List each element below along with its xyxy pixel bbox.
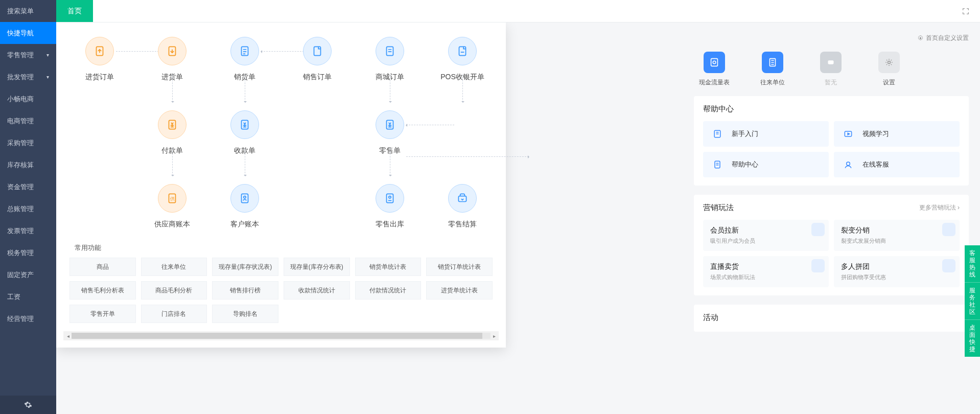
arrow-icon [390,75,390,102]
scroll-right-icon[interactable]: ▸ [491,332,498,339]
svg-point-22 [244,196,246,198]
sidebar-item-ledger[interactable]: 总账管理 [0,198,56,220]
flow-retail-out[interactable]: 零售出库 [354,184,426,230]
common-title: 常用功能 [75,243,499,252]
common-sales-profit[interactable]: 销售毛利分析表 [69,281,136,300]
doc-out-icon [158,37,186,65]
shortcut-settings[interactable]: 设置 [869,52,909,87]
shortcut-empty[interactable]: 暂无 [810,52,851,87]
float-hotline[interactable]: 客服热线 [965,245,980,283]
svg-rect-25 [458,196,466,202]
sidebar-item-invoice[interactable]: 发票管理 [0,220,56,242]
flow-supplier-ledger[interactable]: 供 供应商账本 [136,184,208,230]
tab-home[interactable]: 首页 [56,0,93,22]
gear-icon [917,35,924,41]
shortcut-contacts[interactable]: 往来单位 [752,52,793,87]
flow-purchase-order[interactable]: 进货订单 [63,37,136,93]
pos-icon [448,37,477,65]
building-icon [762,52,783,73]
yen-icon [376,110,404,139]
common-sales-order-stat[interactable]: 销货订单统计表 [426,258,493,276]
checklist-icon [230,37,259,65]
flow-purchase-bill[interactable]: 进货单 [136,37,208,93]
sidebar-item-tax[interactable]: 税务管理 [0,242,56,264]
sidebar-item-assets[interactable]: 固定资产 [0,264,56,286]
marketing-more-link[interactable]: 更多营销玩法 › [919,203,960,212]
help-newbie[interactable]: 新手入门 [703,121,829,147]
common-sales-bill-stat[interactable]: 销货单统计表 [355,258,422,276]
float-community[interactable]: 服务社区 [965,283,980,320]
flow-pos[interactable]: POS收银开单 [426,37,499,93]
quicknav-flyout: 进货订单 进货单 销货单 [56,22,506,348]
customer-icon [230,184,259,213]
help-support[interactable]: 在线客服 [834,152,960,177]
float-desktop[interactable]: 桌面快捷 [965,320,980,357]
arrow-icon [406,156,529,157]
common-stock-dist[interactable]: 现存量(库存分布表) [284,258,350,276]
common-receipt-stat[interactable]: 收款情况统计 [284,281,350,300]
sidebar-item-ecommerce[interactable]: 电商管理 [0,110,56,132]
headset-icon [841,157,855,172]
home-customize-link[interactable]: 首页自定义设置 [694,34,969,42]
deco-icon [942,259,955,272]
flow-retail-bill[interactable]: 零售单 [354,110,426,167]
common-retail-open[interactable]: 零售开单 [69,305,136,323]
common-store-rank[interactable]: 门店排名 [141,305,207,323]
common-purchase-stat[interactable]: 进货单统计表 [426,281,493,300]
sidebar-item-operation[interactable]: 经营管理 [0,308,56,330]
report-icon [704,52,725,73]
doc-in-icon [85,37,114,65]
scroll-thumb[interactable] [72,333,482,339]
common-sales-rank[interactable]: 销售排行榜 [212,281,278,300]
flow-retail-settle[interactable]: 零售结算 [426,184,499,230]
mkt-fission[interactable]: 裂变分销裂变式发展分销商 [834,220,960,251]
common-goods-profit[interactable]: 商品毛利分析 [141,281,207,300]
arrow-icon [462,75,463,102]
common-payment-stat[interactable]: 付款情况统计 [355,281,422,300]
sidebar-item-quicknav[interactable]: 快捷导航 [0,22,56,44]
scroll-left-icon[interactable]: ◂ [64,332,72,339]
mkt-group[interactable]: 多人拼团拼团购物享受优惠 [834,256,960,287]
mkt-member[interactable]: 会员拉新吸引用户成为会员 [703,220,829,251]
yen-icon [158,110,186,139]
common-stock-status[interactable]: 现存量(库存状况表) [212,258,278,276]
svg-rect-4 [828,60,834,64]
common-goods[interactable]: 商品 [69,258,136,276]
float-tabs: 客服热线 服务社区 桌面快捷 [965,245,980,357]
sidebar-item-funds[interactable]: 资金管理 [0,176,56,198]
flow-payment[interactable]: 付款单 [136,110,208,167]
svg-rect-8 [715,161,720,168]
sidebar-item-purchase[interactable]: 采购管理 [0,132,56,154]
flow-sales-bill[interactable]: 销货单 [208,37,281,93]
sidebar-item-search[interactable]: 搜索菜单 [0,0,56,22]
sidebar-item-retail[interactable]: 零售管理▾ [0,44,56,66]
help-center[interactable]: 帮助中心 [703,152,829,177]
flow-customer-ledger[interactable]: 客户账本 [208,184,281,230]
sidebar-item-wholesale[interactable]: 批发管理▾ [0,66,56,88]
svg-rect-13 [314,47,321,55]
fullscreen-icon[interactable] [960,5,972,17]
gear-icon [24,400,33,409]
shortcut-cashflow[interactable]: 现金流量表 [694,52,735,87]
common-contacts[interactable]: 往来单位 [141,258,207,276]
flow-sales-order[interactable]: 销售订单 [281,37,354,93]
sidebar: 搜索菜单 快捷导航 零售管理▾ 批发管理▾ 小畅电商 电商管理 采购管理 库存核… [0,0,56,414]
sidebar-settings[interactable] [0,396,56,414]
common-grid: 商品 往来单位 现存量(库存状况表) 现存量(库存分布表) 销货单统计表 销货订… [63,258,499,327]
sidebar-item-xiaochang[interactable]: 小畅电商 [0,88,56,110]
scroll-track[interactable] [72,333,491,339]
flow-mall-order[interactable]: 商城订单 [354,37,426,93]
flow-receipt[interactable]: 收款单 [208,110,281,167]
sidebar-item-inventory[interactable]: 库存核算 [0,154,56,176]
common-guide-rank[interactable]: 导购排名 [212,305,278,323]
sidebar-item-salary[interactable]: 工资 [0,286,56,308]
activity-title: 活动 [703,313,718,323]
svg-point-9 [847,162,850,166]
gear-icon [878,52,900,73]
right-area: 首页自定义设置 现金流量表 往来单位 暂无 设置 [694,22,980,332]
help-video[interactable]: 视频学习 [834,121,960,147]
svg-point-2 [713,61,716,64]
svg-point-24 [389,196,391,198]
mkt-live[interactable]: 直播卖货场景式购物新玩法 [703,256,829,287]
horizontal-scrollbar[interactable]: ◂ ▸ [63,331,499,340]
